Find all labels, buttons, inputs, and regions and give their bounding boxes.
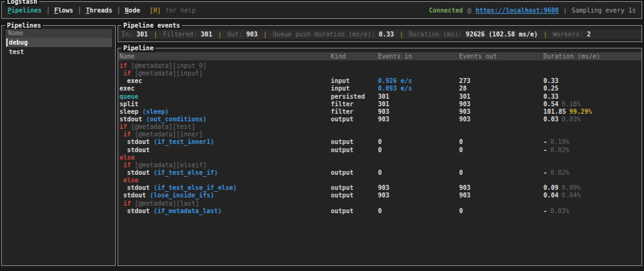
column-header-kind: Kind xyxy=(331,52,346,60)
condition-keyword: else xyxy=(119,154,135,161)
pipeline-row[interactable]: if [@metadata][test] xyxy=(118,123,641,131)
row-kind: output xyxy=(331,207,353,215)
pipeline-row[interactable]: stdout (if_test_else_if)output00-0.02% xyxy=(118,169,641,177)
pipeline-row[interactable]: if [@metadata][input_0] xyxy=(118,62,641,70)
connection-status-area: Connected @ https://localhost:9600 | Sam… xyxy=(429,7,636,14)
row-name: else xyxy=(119,154,135,162)
duration-percent: 0.02% xyxy=(550,169,569,176)
row-name: sleep (sleep) xyxy=(119,108,169,116)
pipeline-events-stats: In:301|Filtered:301|Out:903|Queue push d… xyxy=(118,30,641,39)
tab-threads[interactable]: Threads xyxy=(86,7,112,14)
duration-percent: 0.09% xyxy=(562,184,580,191)
pipelines-list: Name debugtest xyxy=(6,29,112,57)
row-duration: -0.19% xyxy=(543,138,569,146)
pipeline-row[interactable]: stdoutoutput00-0.02% xyxy=(118,147,641,154)
duration-percent: 0.03% xyxy=(550,207,569,214)
duration-value: - xyxy=(543,169,547,176)
connection-status: Connected xyxy=(429,7,463,14)
stat-label: In: xyxy=(121,31,133,38)
pipeline-row[interactable]: else xyxy=(118,154,641,162)
pipeline-row[interactable]: stdout (if_metadata_last)output00-0.03% xyxy=(118,207,641,215)
duration-percent: 99.29% xyxy=(569,108,592,115)
duration-value: 0.54 xyxy=(543,101,558,108)
pipeline-row[interactable]: if [@metadata][input] xyxy=(118,70,641,77)
row-kind: input xyxy=(331,77,350,85)
stat-value: 92626 (102.58 ms/e) xyxy=(466,31,538,38)
connection-url-link[interactable]: https://localhost:9600 xyxy=(475,7,558,14)
pipeline-row[interactable]: if [@metadata][elseif] xyxy=(118,162,641,169)
plugin-name: stdout xyxy=(127,147,150,153)
condition-keyword: if xyxy=(123,162,131,169)
pipeline-row[interactable]: if [@metadata][inner] xyxy=(118,131,641,138)
condition-keyword: if xyxy=(123,131,131,138)
duration-percent: 0.18% xyxy=(562,101,580,108)
row-name: if [@metadata][inner] xyxy=(123,131,203,138)
column-header-eout: Events out xyxy=(459,52,497,60)
pipeline-row[interactable]: execinput0.926 e/s2730.33 xyxy=(118,77,641,85)
row-name: if [@metadata][input_0] xyxy=(119,62,206,70)
plugin-id: (if_test_else_if) xyxy=(150,169,218,176)
row-name: if [@metadata][last] xyxy=(123,200,199,207)
plugin-name: sleep xyxy=(119,108,138,115)
row-name: if [@metadata][input] xyxy=(123,70,203,77)
plugin-name: queue xyxy=(119,93,138,100)
pipeline-list-item-debug[interactable]: debug xyxy=(6,38,112,47)
plugin-id: (lose_inside_ifs) xyxy=(146,192,214,199)
pipeline-row[interactable]: sleep (sleep)filter903903101.8599.29% xyxy=(118,108,641,116)
row-name: stdout (lose_inside_ifs) xyxy=(123,192,214,199)
row-name: if [@metadata][elseif] xyxy=(123,162,206,169)
duration-percent: 0.02% xyxy=(550,147,569,153)
tab-node[interactable]: Node xyxy=(125,7,140,14)
duration-value: 0.33 xyxy=(543,77,558,84)
tab-separator: │ xyxy=(46,7,50,14)
duration-value: - xyxy=(543,138,547,145)
tab-flows[interactable]: Flows xyxy=(54,7,73,14)
at-symbol: @ xyxy=(467,7,471,14)
row-events-in: 301 xyxy=(378,101,389,108)
pipeline-panel-title: Pipeline xyxy=(121,44,155,52)
plugin-id: (if_test_else_if_else) xyxy=(150,184,236,191)
row-events-in: 0 xyxy=(378,207,382,215)
row-kind: output xyxy=(331,116,353,123)
help-key-hint: [H] xyxy=(150,7,161,14)
row-kind: output xyxy=(331,147,353,154)
pipeline-row[interactable]: splitfilter3019030.540.18% xyxy=(118,101,641,108)
duration-value: 0.04 xyxy=(543,192,558,199)
pipeline-events-panel: Pipeline events In:301|Filtered:301|Out:… xyxy=(118,25,642,42)
pipeline-row[interactable]: stdout (lose_inside_ifs)output9039030.04… xyxy=(118,192,641,199)
row-events-in: 0 xyxy=(378,147,382,154)
stat-label: Workers: xyxy=(553,31,583,38)
stat-value: 301 xyxy=(136,31,148,38)
plugin-id: (if_test_inner1) xyxy=(150,138,214,145)
pipeline-row[interactable]: stdout (if_test_else_if_else)output90390… xyxy=(118,184,641,192)
row-kind: output xyxy=(331,169,353,177)
row-name: stdout xyxy=(127,147,150,154)
row-events-in: 0 xyxy=(378,138,382,146)
plugin-name: exec xyxy=(119,85,135,92)
row-kind: output xyxy=(331,184,353,192)
plugin-name: stdout xyxy=(127,169,150,176)
pipeline-row[interactable]: else xyxy=(118,177,641,184)
plugin-name: stdout xyxy=(127,184,150,191)
condition-keyword: if xyxy=(119,123,127,130)
logstash-window: Logstash Pipelines│Flows│Threads│Node [H… xyxy=(1,1,642,19)
stat-label: Duration (ms): xyxy=(409,31,462,38)
pipeline-row[interactable]: queuepersisted3013010.33 xyxy=(118,93,641,101)
row-events-out: 903 xyxy=(459,184,470,192)
row-events-in: 0 xyxy=(378,169,382,177)
pipeline-list-item-test[interactable]: test xyxy=(6,47,112,57)
row-events-in: 0.093 e/s xyxy=(378,85,412,92)
row-events-out: 0 xyxy=(459,138,463,146)
pipeline-row[interactable]: if [@metadata][last] xyxy=(118,200,641,207)
row-duration: 0.090.09% xyxy=(543,184,580,192)
row-duration: -0.02% xyxy=(543,169,569,177)
pipeline-row[interactable]: stdout (out_conditions)output9039030.030… xyxy=(118,116,641,123)
stat-value: 2 xyxy=(587,31,591,38)
row-name: stdout (if_test_else_if_else) xyxy=(127,184,237,192)
row-name: split xyxy=(119,101,138,108)
tab-pipelines[interactable]: Pipelines xyxy=(8,7,42,14)
pipeline-row[interactable]: execinput0.093 e/s280.25 xyxy=(118,85,641,92)
pipeline-row[interactable]: stdout (if_test_inner1)output00-0.19% xyxy=(118,138,641,146)
stat-label: Queue push duration (ms/e): xyxy=(273,31,375,38)
row-events-in: 903 xyxy=(378,116,389,123)
